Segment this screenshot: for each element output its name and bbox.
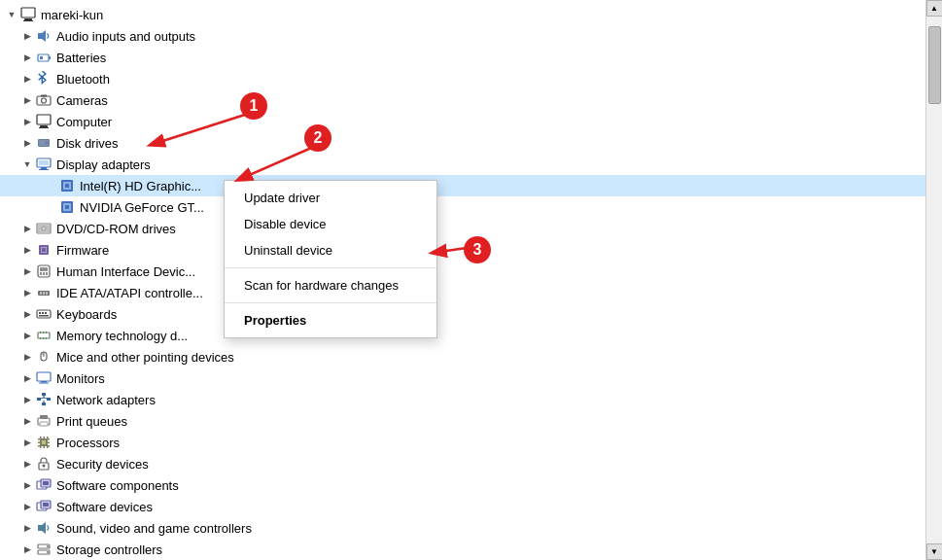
svg-rect-36	[43, 272, 45, 275]
hid-chevron	[19, 263, 35, 279]
svg-rect-45	[45, 312, 47, 314]
sound2-label: Sound, video and game controllers	[56, 521, 252, 536]
svg-rect-12	[39, 127, 49, 128]
scroll-up-button[interactable]: ▲	[926, 0, 943, 17]
cameras-chevron	[19, 92, 35, 108]
svg-rect-44	[42, 312, 44, 314]
scroll-down-button[interactable]: ▼	[926, 543, 943, 560]
scroll-thumb[interactable]	[928, 26, 941, 104]
tree-item-sound2[interactable]: Sound, video and game controllers	[0, 517, 925, 539]
network-chevron	[19, 392, 35, 407]
tree-item-network[interactable]: Network adapters	[0, 389, 925, 410]
tree-item-firmware[interactable]: Firmware	[0, 239, 925, 261]
svg-rect-0	[21, 8, 35, 18]
svg-rect-63	[42, 402, 46, 405]
tree-item-processors[interactable]: Processors	[0, 432, 925, 453]
monitors-label: Monitors	[56, 371, 105, 386]
svg-point-96	[47, 545, 49, 547]
software-comp-chevron	[19, 477, 35, 493]
memory-icon	[35, 327, 52, 344]
svg-rect-17	[41, 167, 47, 169]
bluetooth-icon	[35, 70, 52, 88]
memory-label: Memory technology d...	[56, 329, 188, 343]
tree-item-hid[interactable]: Human Interface Devic...	[0, 261, 925, 282]
monitors-chevron	[19, 370, 35, 386]
tree-item-print[interactable]: Print queues	[0, 410, 925, 432]
tree-item-bluetooth[interactable]: Bluetooth	[0, 68, 925, 89]
tree-item-security[interactable]: Security devices	[0, 453, 925, 474]
tree-item-intel[interactable]: Intel(R) HD Graphic...	[0, 175, 925, 196]
cameras-label: Cameras	[56, 93, 108, 108]
svg-rect-80	[38, 442, 40, 444]
disk-chevron	[19, 135, 35, 151]
svg-rect-58	[41, 381, 47, 383]
svg-rect-41	[46, 292, 48, 295]
tree-item-audio[interactable]: Audio inputs and outputs	[0, 25, 925, 47]
security-label: Security devices	[56, 457, 149, 472]
ide-label: IDE ATA/ATAPI controlle...	[56, 286, 203, 300]
tree-item-software-dev[interactable]: Software devices	[0, 496, 925, 517]
svg-marker-3	[38, 30, 46, 42]
svg-rect-84	[48, 445, 50, 447]
tree-item-software-comp[interactable]: Software components	[0, 474, 925, 496]
print-chevron	[19, 413, 35, 429]
svg-rect-73	[40, 437, 42, 438]
svg-point-29	[43, 228, 44, 228]
tree-item-ide[interactable]: IDE ATA/ATAPI controlle...	[0, 282, 925, 303]
tree-item-batteries[interactable]: Batteries	[0, 47, 925, 68]
monitors-icon	[35, 369, 52, 387]
nvidia-icon	[58, 198, 76, 216]
root-label: mareki-kun	[41, 8, 103, 22]
svg-rect-70	[40, 422, 48, 426]
audio-label: Audio inputs and outputs	[56, 29, 195, 44]
svg-rect-74	[44, 437, 46, 438]
svg-rect-92	[43, 503, 49, 507]
tree-item-computer[interactable]: Computer	[0, 111, 925, 132]
svg-rect-18	[39, 169, 49, 170]
svg-rect-25	[65, 205, 69, 209]
context-menu-separator-1	[225, 267, 436, 268]
scroll-track[interactable]	[926, 17, 942, 543]
hid-label: Human Interface Devic...	[56, 264, 195, 279]
tree-item-nvidia[interactable]: NVIDIA GeForce GT...	[0, 196, 925, 218]
mice-chevron	[19, 349, 35, 365]
tree-item-monitors[interactable]: Monitors	[0, 368, 925, 389]
tree-item-dvd[interactable]: DVD/CD-ROM drives	[0, 218, 925, 239]
processors-icon	[35, 434, 52, 451]
svg-rect-11	[40, 125, 48, 127]
context-menu-disable-device[interactable]: Disable device	[225, 211, 436, 237]
svg-rect-2	[23, 20, 33, 21]
svg-rect-77	[44, 446, 46, 448]
annotation-3: 3	[464, 236, 491, 263]
svg-rect-7	[37, 96, 51, 105]
tree-item-cameras[interactable]: Cameras	[0, 89, 925, 111]
tree-item-keyboards[interactable]: Keyboards	[0, 303, 925, 325]
svg-rect-59	[39, 383, 49, 384]
context-menu-update-driver[interactable]: Update driver	[225, 185, 436, 211]
security-icon	[35, 455, 52, 472]
svg-rect-72	[42, 440, 46, 444]
context-menu-properties[interactable]: Properties	[225, 307, 436, 333]
svg-rect-51	[40, 337, 41, 339]
batteries-label: Batteries	[56, 51, 106, 65]
keyboards-chevron	[19, 306, 35, 322]
display-label: Display adapters	[56, 158, 151, 172]
svg-rect-46	[39, 315, 49, 317]
tree-item-mice[interactable]: Mice and other pointing devices	[0, 346, 925, 368]
network-label: Network adapters	[56, 393, 156, 407]
ide-icon	[35, 284, 52, 301]
tree-item-display[interactable]: Display adapters	[0, 154, 925, 175]
tree-item-memory[interactable]: Memory technology d...	[0, 325, 925, 346]
disk-icon	[35, 134, 52, 152]
svg-rect-35	[40, 272, 42, 275]
context-menu-scan-hardware[interactable]: Scan for hardware changes	[225, 272, 436, 298]
svg-rect-10	[37, 115, 51, 124]
tree-root[interactable]: mareki-kun	[0, 4, 925, 25]
svg-rect-6	[40, 56, 43, 59]
tree-item-storage[interactable]: Storage controllers	[0, 539, 925, 560]
context-menu-uninstall-device[interactable]: Uninstall device	[225, 237, 436, 263]
svg-rect-4	[38, 54, 49, 61]
tree-item-disk[interactable]: Disk drives	[0, 132, 925, 154]
intel-icon	[58, 177, 76, 194]
memory-chevron	[19, 328, 35, 343]
